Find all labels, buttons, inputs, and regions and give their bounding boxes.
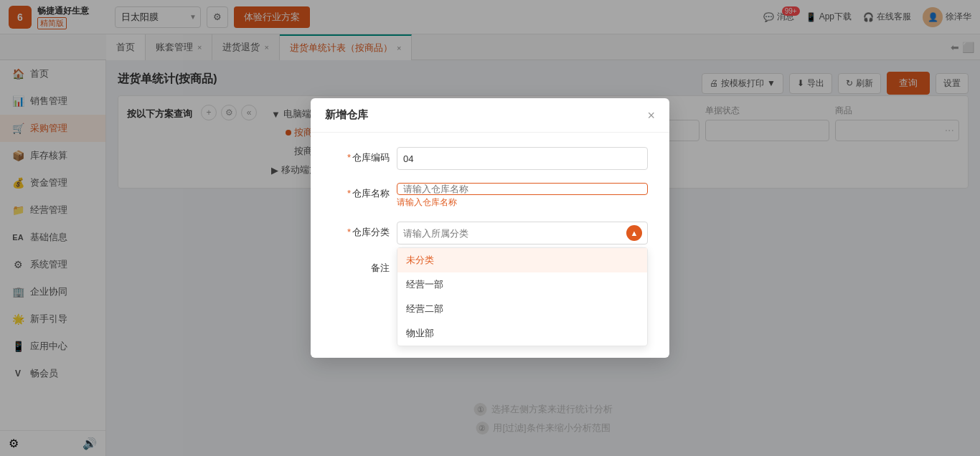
form-row-category: *仓库分类 ▲ 未分类 经营一部 经营二部 物业部 [332, 222, 648, 244]
name-label: *仓库名称 [332, 183, 390, 200]
name-input[interactable] [397, 183, 648, 195]
name-error-msg: 请输入仓库名称 [397, 196, 648, 209]
category-chevron-icon[interactable]: ▲ [626, 225, 642, 241]
category-label: *仓库分类 [332, 222, 390, 239]
dropdown-item-dept3[interactable]: 物业部 [397, 321, 647, 346]
form-row-code: *仓库编码 [332, 147, 648, 170]
note-label: 备注 [332, 257, 390, 275]
code-label: *仓库编码 [332, 147, 390, 164]
modal-close-button[interactable]: × [647, 109, 655, 122]
name-input-wrap: 请输入仓库名称 [397, 183, 648, 209]
dropdown-item-dept2[interactable]: 经营二部 [397, 297, 647, 321]
dropdown-item-dept1[interactable]: 经营一部 [397, 272, 647, 297]
form-row-name: *仓库名称 请输入仓库名称 [332, 183, 648, 209]
modal-header: 新增仓库 × [311, 98, 669, 133]
code-input[interactable] [397, 147, 648, 170]
add-warehouse-modal: 新增仓库 × *仓库编码 *仓库名称 请输入仓库名称 [311, 98, 669, 358]
dropdown-item-uncategorized[interactable]: 未分类 [397, 248, 647, 272]
modal-overlay[interactable]: 新增仓库 × *仓库编码 *仓库名称 请输入仓库名称 [0, 0, 980, 456]
modal-body: *仓库编码 *仓库名称 请输入仓库名称 *仓库分类 [311, 133, 669, 320]
modal-title: 新增仓库 [325, 108, 368, 122]
category-input[interactable] [397, 222, 648, 244]
category-select-wrap: ▲ 未分类 经营一部 经营二部 物业部 [397, 222, 648, 244]
category-dropdown: 未分类 经营一部 经营二部 物业部 [397, 247, 648, 346]
